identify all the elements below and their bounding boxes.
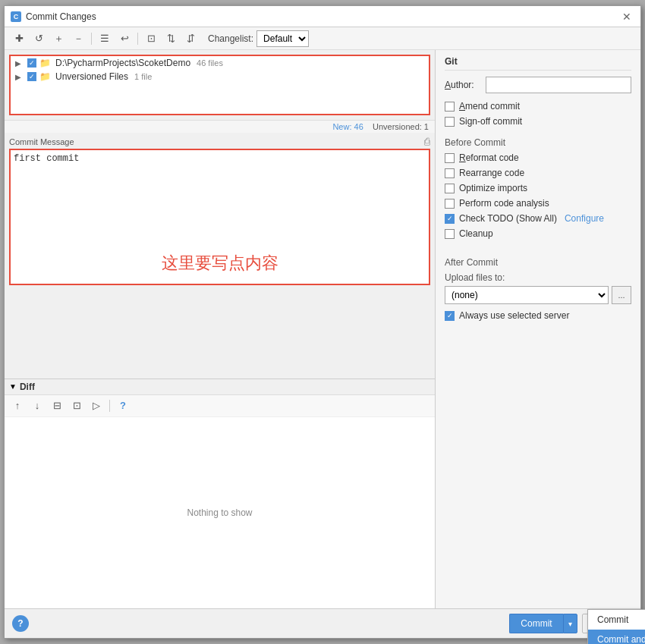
after-commit-title: After Commit [445,257,631,268]
perform-code-analysis-row: Perform code analysis [445,198,631,209]
check-todo-checkbox[interactable]: ✓ [445,214,455,224]
title-bar-left: C Commit Changes [11,11,96,22]
toolbar-plus-btn[interactable]: ＋ [50,30,67,47]
reformat-code-label: Reformat code [459,152,519,163]
commit-split-button: Commit ▾ [509,614,577,633]
checkbox-project[interactable]: ✓ [27,58,36,68]
diff-expand-arrow: ▼ [9,382,17,391]
optimize-imports-label: Optimize imports [459,183,527,193]
diff-copy2-btn[interactable]: ⊡ [68,397,85,414]
upload-label: Upload files to: [445,272,631,283]
changelist-label: Changelist: [208,33,253,44]
close-button[interactable]: ✕ [619,11,634,22]
sign-off-row: Sign-off commit [445,116,631,127]
toolbar-separator-1 [91,33,92,45]
toolbar-list-btn[interactable]: ☰ [96,30,113,47]
always-use-server-label: Always use selected server [459,310,569,321]
file-count-unversioned: 1 file [134,72,152,81]
changelist-select[interactable]: Default [256,30,309,47]
upload-browse-btn[interactable]: ... [612,286,631,304]
git-section-title: Git [445,56,631,71]
diff-section: ▼ Diff ↑ ↓ ⊟ ⊡ ▷ ? Nothing to show [5,379,435,609]
commit-message-area: first commit 这里要写点内容 [9,149,430,379]
before-commit-title: Before Commit [445,137,631,148]
toolbar-separator-2 [137,33,138,45]
commit-dropdown: Commit Commit and Push... [587,609,645,644]
folder-icon-unversioned: 📁 [39,71,51,82]
status-bar: New: 46 Unversioned: 1 [5,120,435,133]
folder-icon-project: 📁 [39,58,51,68]
toolbar-minus-btn[interactable]: － [70,30,87,47]
toolbar-sort-asc-btn[interactable]: ⇅ [162,30,179,47]
commit-dropdown-arrow[interactable]: ▾ [563,614,577,633]
diff-empty-text: Nothing to show [187,507,252,518]
dropdown-commit-push-option[interactable]: Commit and Push... [588,630,645,644]
window-title: Commit Changes [26,11,96,22]
after-commit-section: After Commit Upload files to: (none) ...… [445,251,631,325]
diff-copy-btn[interactable]: ⊟ [49,397,65,414]
diff-next-btn[interactable]: ▷ [88,397,105,414]
commit-button[interactable]: Commit [509,614,562,633]
author-input[interactable] [486,77,631,93]
diff-down-btn[interactable]: ↓ [29,397,46,414]
file-count-project: 46 files [197,58,223,68]
window-icon: C [11,11,21,22]
diff-up-btn[interactable]: ↑ [9,397,26,414]
right-panel: Git Author: Amend commit Sign-off commit… [436,50,640,608]
toolbar-sort-desc-btn[interactable]: ⇵ [182,30,199,47]
rearrange-code-label: Rearrange code [459,168,524,178]
commit-changes-window: C Commit Changes ✕ ✚ ↺ ＋ － ☰ ↩ ⊡ ⇅ ⇵ Cha… [4,5,641,639]
reformat-code-row: Reformat code [445,152,631,163]
perform-code-analysis-checkbox[interactable] [445,199,455,209]
unversioned-count: Unversioned: 1 [373,122,429,131]
optimize-imports-checkbox[interactable] [445,184,455,193]
amend-commit-checkbox[interactable] [445,102,455,112]
dropdown-commit-option[interactable]: Commit [588,610,645,630]
upload-row: (none) ... [445,286,631,304]
left-panel: ▶ ✓ 📁 D:\PycharmProjects\ScoketDemo 46 f… [5,50,436,608]
optimize-imports-row: Optimize imports [445,183,631,193]
cleanup-label: Cleanup [459,228,493,239]
diff-toolbar: ↑ ↓ ⊟ ⊡ ▷ ? [5,395,435,417]
expand-arrow-unversioned: ▶ [15,73,24,81]
diff-separator [109,400,110,412]
rearrange-code-checkbox[interactable] [445,168,455,178]
file-item-project[interactable]: ▶ ✓ 📁 D:\PycharmProjects\ScoketDemo 46 f… [11,56,429,70]
configure-link[interactable]: Configure [565,213,604,224]
file-label-unversioned: Unversioned Files [55,71,128,82]
new-count: New: 46 [332,122,363,131]
expand-arrow-project: ▶ [15,59,24,68]
toolbar-expand-btn[interactable]: ⊡ [143,30,159,47]
rearrange-code-row: Rearrange code [445,168,631,178]
bottom-bar: ? Commit ▾ Cancel [5,608,640,638]
upload-select[interactable]: (none) [445,286,609,304]
toolbar-undo-btn[interactable]: ↩ [116,30,133,47]
help-button[interactable]: ? [12,615,29,632]
always-use-server-row: ✓ Always use selected server [445,310,631,321]
check-todo-label: Check TODO (Show All) [459,213,557,224]
commit-textarea[interactable]: first commit [9,149,430,285]
file-list: ▶ ✓ 📁 D:\PycharmProjects\ScoketDemo 46 f… [9,55,430,115]
toolbar-add-btn[interactable]: ✚ [11,30,27,47]
commit-message-icon[interactable]: ⎙ [424,136,430,147]
diff-help-btn[interactable]: ? [115,397,131,414]
commit-message-section: Commit Message ⎙ [5,133,435,149]
amend-commit-label: Amend commit [459,101,520,112]
file-item-unversioned[interactable]: ▶ ✓ 📁 Unversioned Files 1 file [11,70,429,83]
sign-off-checkbox[interactable] [445,117,455,127]
reformat-code-checkbox[interactable] [445,153,455,163]
always-use-server-checkbox[interactable]: ✓ [445,311,455,321]
diff-header[interactable]: ▼ Diff [5,379,435,395]
perform-code-analysis-label: Perform code analysis [459,198,549,209]
bottom-relative-wrapper: Commit Commit and Push... ? Commit ▾ Can… [5,608,640,638]
checkbox-unversioned[interactable]: ✓ [27,72,36,81]
toolbar-refresh-btn[interactable]: ↺ [30,30,47,47]
author-label: Author: [445,80,481,90]
file-label-project: D:\PycharmProjects\ScoketDemo [55,58,190,68]
cleanup-row: Cleanup [445,228,631,239]
title-bar: C Commit Changes ✕ [5,6,640,27]
cleanup-checkbox[interactable] [445,229,455,239]
diff-content: Nothing to show [5,417,435,609]
diff-header-label: Diff [20,382,35,392]
amend-commit-row: Amend commit [445,101,631,112]
